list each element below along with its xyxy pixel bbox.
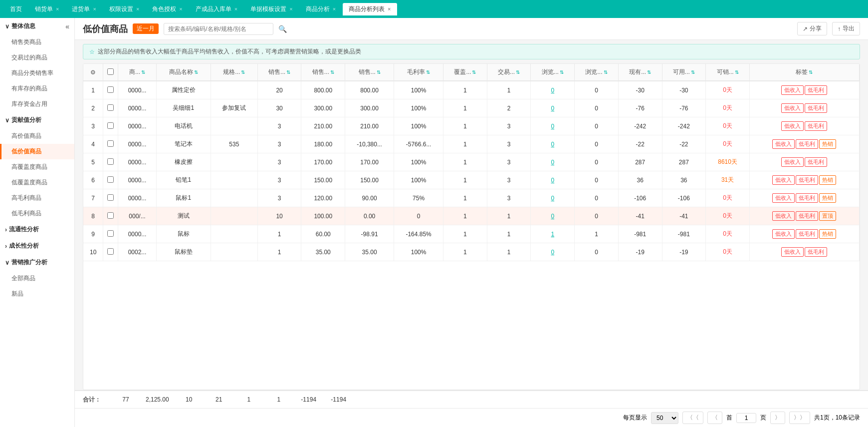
export-button[interactable]: ↑ 导出 [832, 22, 860, 35]
row-checkbox[interactable] [103, 153, 118, 171]
row-browse1[interactable]: 0 [531, 171, 575, 189]
sidebar-item-stock-goods[interactable]: 有库存的商品 [0, 81, 74, 96]
nav-analysis-list-close[interactable]: × [388, 6, 391, 12]
browse1-value[interactable]: 0 [551, 159, 554, 166]
col-settings[interactable]: ⚙ [83, 64, 103, 81]
browse1-value[interactable]: 0 [551, 177, 554, 184]
sidebar-group-circulation[interactable]: › 流通性分析 [0, 221, 74, 238]
select-all-checkbox[interactable] [107, 68, 114, 75]
col-available[interactable]: 可用...⇅ [662, 64, 706, 81]
col-tags[interactable]: 标签⇅ [749, 64, 859, 81]
row-checkbox[interactable] [103, 117, 118, 135]
browse1-value[interactable]: 0 [551, 123, 554, 130]
row-browse1[interactable]: 0 [531, 189, 575, 207]
sidebar-item-low-value[interactable]: 低价值商品 [0, 144, 74, 159]
col-saleable[interactable]: 可销...⇅ [706, 64, 750, 81]
browse1-value[interactable]: 0 [551, 87, 554, 94]
nav-sales-order[interactable]: 销货单 × [29, 3, 65, 15]
col-sales-qty[interactable]: 销售...⇅ [257, 64, 301, 81]
content-header: 低价值商品 近一月 🔍 ↗ 分享 ↑ 导出 [75, 18, 868, 40]
row-checkbox[interactable] [103, 225, 118, 243]
nav-product-in-close[interactable]: × [234, 6, 237, 12]
col-sales-gross[interactable]: 销售...⇅ [345, 64, 394, 81]
sidebar-item-stock-funds[interactable]: 库存资金占用 [0, 96, 74, 112]
row-name: 鼠标垫 [156, 243, 211, 261]
nav-analysis-list[interactable]: 商品分析列表 × [343, 3, 397, 15]
sidebar-item-sales-goods[interactable]: 销售类商品 [0, 34, 74, 50]
nav-role-auth[interactable]: 角色授权 × [146, 3, 188, 15]
nav-product-in[interactable]: 产成品入库单 × [190, 3, 243, 15]
col-sales-amount[interactable]: 销售...⇅ [301, 64, 345, 81]
sidebar-item-high-coverage[interactable]: 高覆盖度商品 [0, 159, 74, 175]
search-input[interactable] [164, 23, 273, 35]
nav-template[interactable]: 单据模板设置 × [244, 3, 298, 15]
browse1-value[interactable]: 0 [551, 105, 554, 112]
sidebar-group-contribution[interactable]: ∨ 贡献值分析 [0, 112, 74, 128]
sidebar-item-category-rate[interactable]: 商品分类销售率 [0, 65, 74, 81]
row-browse1[interactable]: 0 [531, 117, 575, 135]
nav-purchase-order[interactable]: 进货单 × [66, 3, 102, 15]
row-checkbox[interactable] [103, 243, 118, 261]
row-browse1[interactable]: 0 [531, 135, 575, 153]
row-browse2: 0 [575, 243, 619, 261]
row-checkbox[interactable] [103, 189, 118, 207]
row-tags: 低收入低毛利 [749, 81, 859, 99]
row-browse1[interactable]: 0 [531, 243, 575, 261]
col-trade[interactable]: 交易...⇅ [487, 64, 531, 81]
sidebar-item-high-value[interactable]: 高价值商品 [0, 128, 74, 144]
row-checkbox[interactable] [103, 81, 118, 99]
period-button[interactable]: 近一月 [133, 23, 159, 34]
share-button[interactable]: ↗ 分享 [797, 22, 827, 35]
page-number-input[interactable] [736, 413, 756, 423]
sidebar-item-low-coverage[interactable]: 低覆盖度商品 [0, 175, 74, 190]
nav-role-close[interactable]: × [179, 6, 182, 12]
col-checkbox[interactable] [103, 64, 118, 81]
sidebar-item-low-margin[interactable]: 低毛利商品 [0, 206, 74, 221]
browse1-value[interactable]: 1 [551, 231, 554, 238]
nav-sales-close[interactable]: × [56, 6, 59, 12]
row-checkbox[interactable] [103, 135, 118, 153]
next-page-btn[interactable]: 〉 [770, 412, 785, 424]
sidebar-item-traded-goods[interactable]: 交易过的商品 [0, 50, 74, 65]
row-browse1[interactable]: 0 [531, 99, 575, 117]
search-button[interactable]: 🔍 [278, 25, 287, 33]
col-coverage[interactable]: 覆盖...⇅ [443, 64, 487, 81]
col-browse2[interactable]: 浏览...⇅ [575, 64, 619, 81]
nav-purchase-close[interactable]: × [93, 6, 96, 12]
sidebar-item-all-goods[interactable]: 全部商品 [0, 271, 74, 286]
sidebar-item-new-goods[interactable]: 新品 [0, 286, 74, 302]
col-code[interactable]: 商...⇅ [118, 64, 156, 81]
nav-permission-close[interactable]: × [136, 6, 139, 12]
sidebar-group-marketing[interactable]: ∨ 营销推广分析 [0, 254, 74, 271]
browse1-value[interactable]: 0 [551, 213, 554, 220]
col-name[interactable]: 商品名称⇅ [156, 64, 211, 81]
page-size-select[interactable]: 50 100 200 [651, 412, 678, 424]
col-spec[interactable]: 规格...⇅ [211, 64, 257, 81]
nav-product-analysis[interactable]: 商品分析 × [300, 3, 342, 15]
col-current[interactable]: 现有...⇅ [618, 64, 662, 81]
sidebar-collapse-btn[interactable]: « [65, 22, 69, 30]
nav-home[interactable]: 首页 [4, 3, 28, 15]
row-checkbox[interactable] [103, 171, 118, 189]
row-browse1[interactable]: 0 [531, 153, 575, 171]
row-browse1[interactable]: 0 [531, 207, 575, 225]
sidebar-group-overview[interactable]: ∨ 整体信息 « [0, 18, 74, 34]
browse1-value[interactable]: 0 [551, 195, 554, 202]
nav-product-analysis-close[interactable]: × [333, 6, 336, 12]
nav-template-close[interactable]: × [289, 6, 292, 12]
nav-permission[interactable]: 权限设置 × [103, 3, 145, 15]
browse1-value[interactable]: 0 [551, 249, 554, 256]
row-checkbox[interactable] [103, 207, 118, 225]
col-gross-rate[interactable]: 毛利率⇅ [394, 64, 443, 81]
sidebar-group-growth[interactable]: › 成长性分析 [0, 238, 74, 254]
row-browse1[interactable]: 1 [531, 225, 575, 243]
row-browse1[interactable]: 0 [531, 81, 575, 99]
first-page-btn[interactable]: 〈〈 [682, 412, 703, 424]
last-page-btn[interactable]: 〉〉 [789, 412, 810, 424]
browse1-value[interactable]: 0 [551, 141, 554, 148]
col-browse1[interactable]: 浏览...⇅ [531, 64, 575, 81]
sidebar-item-high-margin[interactable]: 高毛利商品 [0, 190, 74, 206]
row-checkbox[interactable] [103, 99, 118, 117]
data-table-container[interactable]: ⚙ 商...⇅ 商品名称⇅ 规格...⇅ 销售...⇅ 销售...⇅ 销售...… [83, 63, 860, 390]
prev-page-btn[interactable]: 〈 [707, 412, 722, 424]
